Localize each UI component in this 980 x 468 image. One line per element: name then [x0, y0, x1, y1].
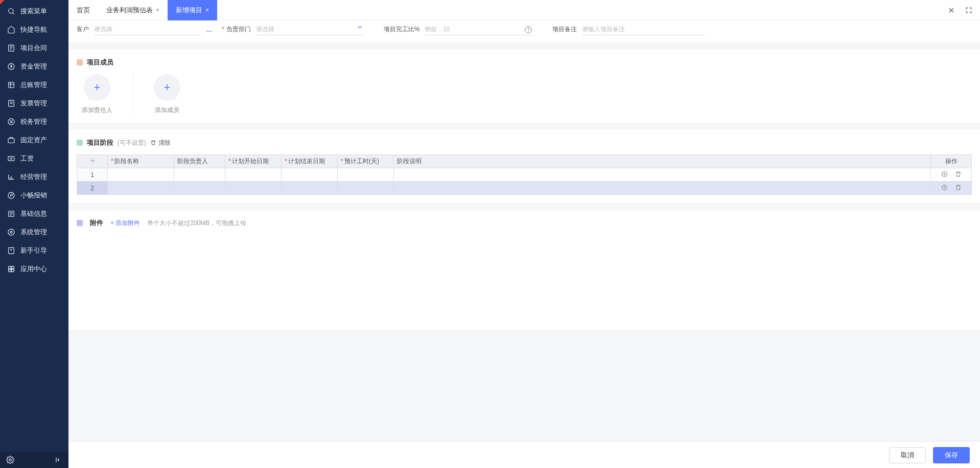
cell-plan-end[interactable]: [282, 182, 338, 195]
tab-新增项目[interactable]: 新增项目×: [168, 0, 217, 20]
field-customer: 客户 …: [77, 24, 201, 35]
row-delete-icon[interactable]: [955, 171, 962, 179]
sidebar-item-label: 固定资产: [20, 136, 47, 145]
add-attachment-button[interactable]: + 添加附件: [110, 219, 140, 228]
col-operations: 操作: [931, 155, 972, 168]
input-percent[interactable]: [425, 24, 532, 35]
field-dept: 负责部门: [222, 24, 363, 35]
tab-close-icon[interactable]: ×: [156, 7, 159, 14]
sidebar-item-ledger[interactable]: 总账管理: [0, 76, 68, 94]
chevron-down-icon[interactable]: [356, 24, 363, 32]
sidebar-item-expense[interactable]: 小畅报销: [0, 186, 68, 205]
sidebar-item-basicinfo[interactable]: 基础信息: [0, 205, 68, 223]
sidebar-item-label: 快捷导航: [20, 25, 47, 34]
sidebar-item-label: 项目合同: [20, 43, 47, 53]
sidebar-item-label: 基础信息: [20, 209, 47, 218]
sidebar-item-guide[interactable]: 新手引导: [0, 241, 68, 260]
sidebar-item-fixed-assets[interactable]: 固定资产: [0, 131, 68, 149]
footer: 取消 保存: [68, 441, 980, 468]
more-customer-icon[interactable]: …: [206, 26, 213, 33]
cell-stage-owner[interactable]: [174, 168, 225, 182]
input-customer[interactable]: [94, 24, 201, 35]
label-customer: 客户: [77, 25, 89, 34]
section-icon-members: [77, 59, 83, 65]
label-remark: 项目备注: [552, 25, 577, 34]
col-gear[interactable]: [77, 155, 108, 168]
sidebar-item-system[interactable]: 系统管理: [0, 223, 68, 241]
cell-stage-owner[interactable]: [174, 182, 225, 195]
sidebar-item-invoice[interactable]: 发票管理: [0, 94, 68, 113]
stages-table: *阶段名称 阶段负责人 *计划开始日期 *计划结束日期 *预计工时(天) 阶段说…: [77, 154, 972, 195]
collapse-sidebar-icon[interactable]: [54, 456, 62, 464]
system-icon: [7, 228, 15, 236]
guide-icon: [7, 247, 15, 255]
sidebar-item-appcenter[interactable]: 应用中心: [0, 260, 68, 278]
input-dept[interactable]: [256, 24, 363, 35]
row-add-icon[interactable]: [941, 171, 948, 179]
cell-operations: [931, 182, 972, 195]
settings-icon[interactable]: [6, 456, 14, 464]
fullscreen-icon[interactable]: [964, 5, 974, 15]
section-icon-stages: [77, 140, 83, 146]
sidebar-item-label: 工资: [20, 154, 34, 163]
sidebar-item-salary[interactable]: 工资: [0, 149, 68, 168]
row-delete-icon[interactable]: [955, 184, 962, 192]
sidebar-item-quicknav[interactable]: 快捷导航: [0, 20, 68, 39]
section-members: 项目成员 + 添加责任人 + 添加成员: [68, 50, 980, 123]
cell-stage-desc[interactable]: [394, 182, 931, 195]
sidebar-item-label: 资金管理: [20, 62, 47, 71]
ledger-icon: [7, 81, 15, 89]
cell-stage-name[interactable]: [108, 168, 174, 182]
appcenter-icon: [7, 265, 15, 273]
tab-label: 业务利润预估表: [106, 6, 153, 15]
sidebar-item-project-contract[interactable]: 项目合同: [0, 39, 68, 57]
sidebar-item-tax[interactable]: 税务管理: [0, 113, 68, 131]
basicinfo-icon: [7, 210, 15, 218]
svg-rect-3: [9, 82, 14, 88]
section-attachments: 附件 + 添加附件 单个大小不超过200MB，可拖拽上传: [68, 210, 980, 330]
add-owner-button[interactable]: +: [84, 74, 110, 101]
section-title-stages: 项目阶段: [87, 138, 113, 147]
sidebar-item-search[interactable]: 搜索菜单: [0, 2, 68, 20]
invoice-icon: [7, 99, 15, 107]
cell-plan-start[interactable]: [225, 168, 282, 182]
col-stage-desc: 阶段说明: [394, 155, 931, 168]
section-stages: 项目阶段 (可不设置) 清除: [68, 130, 980, 203]
svg-rect-16: [9, 270, 11, 272]
cell-stage-desc[interactable]: [394, 168, 931, 182]
cell-stage-name[interactable]: [108, 182, 174, 195]
sidebar-item-label: 税务管理: [20, 117, 47, 126]
tab-close-icon[interactable]: ×: [205, 7, 209, 14]
row-add-icon[interactable]: [941, 184, 948, 192]
cancel-button[interactable]: 取消: [889, 447, 926, 463]
stages-clear-button[interactable]: 清除: [150, 139, 171, 147]
input-remark[interactable]: [582, 24, 705, 35]
add-member-button[interactable]: +: [154, 74, 180, 101]
cell-plan-start[interactable]: [225, 182, 282, 195]
stages-optional-hint: (可不设置): [118, 139, 146, 147]
sidebar-item-label: 系统管理: [20, 228, 47, 237]
svg-rect-7: [8, 157, 14, 161]
close-panel-icon[interactable]: [946, 5, 956, 15]
svg-point-11: [10, 231, 12, 233]
main: 首页业务利润预估表×新增项目× 客户 … 负责部门: [68, 0, 980, 468]
cell-est-hours[interactable]: [338, 168, 394, 182]
tab-首页[interactable]: 首页: [68, 0, 98, 20]
save-button[interactable]: 保存: [933, 447, 970, 463]
sidebar-item-business-manage[interactable]: 经营管理: [0, 168, 68, 186]
section-title-members: 项目成员: [87, 58, 113, 67]
sidebar-item-funds[interactable]: 资金管理: [0, 57, 68, 76]
tab-业务利润预估表[interactable]: 业务利润预估表×: [98, 0, 168, 20]
cell-plan-end[interactable]: [282, 168, 338, 182]
label-dept: 负责部门: [222, 25, 251, 34]
tab-label: 新增项目: [176, 6, 202, 15]
svg-rect-15: [12, 266, 14, 269]
table-row[interactable]: 1: [77, 168, 972, 182]
col-stage-name: *阶段名称: [108, 155, 174, 168]
svg-rect-17: [12, 270, 14, 272]
table-row[interactable]: 2: [77, 182, 972, 195]
cell-est-hours[interactable]: [338, 182, 394, 195]
row-number: 2: [77, 182, 108, 195]
svg-rect-14: [9, 266, 11, 269]
sidebar-item-label: 应用中心: [20, 264, 47, 274]
